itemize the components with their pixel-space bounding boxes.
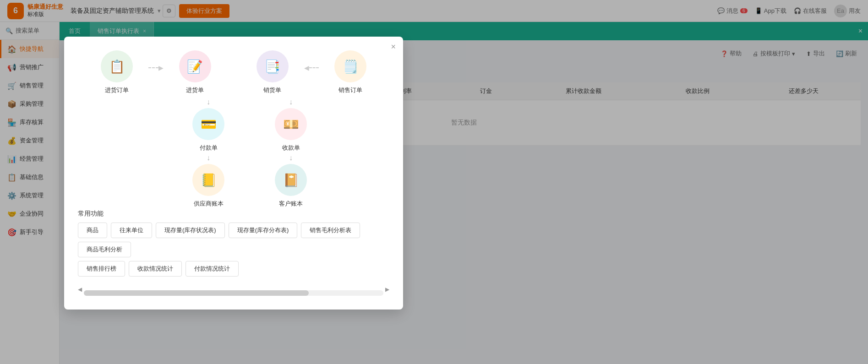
- arrow-down-supplier: ↓: [207, 154, 210, 162]
- wf-supplier-ledger[interactable]: 📒 供应商账本: [179, 164, 238, 208]
- common-functions-section: 常用功能 商品 往来单位 现存量(库存状况表) 现存量(库存分布表) 销售毛利分…: [78, 210, 389, 277]
- wf-sales-order[interactable]: 🗒️ 销售订单: [321, 50, 380, 94]
- btn-sales-ranking[interactable]: 销售排行榜: [78, 261, 125, 277]
- btn-stock-dist[interactable]: 现存量(库存分布表): [229, 223, 298, 238]
- workflow-row2: ↓ 💳 付款单 ↓ 📒 供应商账本 ↓ 💴 收: [87, 98, 380, 208]
- scroll-right-arrow[interactable]: ▶: [385, 286, 389, 293]
- purchase-order-circle: 📋: [101, 50, 133, 82]
- wf-purchase-slip[interactable]: 📝 进货单: [165, 50, 225, 94]
- workflow-modal: × 📋 进货订单 ▶ 📝 进货单: [64, 37, 403, 310]
- wf-receipt[interactable]: 💴 收款单: [261, 108, 321, 152]
- btn-product-margin[interactable]: 商品毛利分析: [78, 242, 131, 257]
- btn-payment-stats[interactable]: 付款情况统计: [186, 261, 239, 277]
- wf-customer-ledger[interactable]: 📔 客户账本: [261, 164, 321, 208]
- workflow-diagram: 📋 进货订单 ▶ 📝 进货单 📑 销货单: [78, 50, 389, 208]
- customer-ledger-circle: 📔: [275, 164, 307, 196]
- common-buttons-row2: 销售排行榜 收款情况统计 付款情况统计: [78, 261, 389, 277]
- btn-sales-margin[interactable]: 销售毛利分析表: [301, 223, 360, 238]
- modal-scrollbar[interactable]: [84, 290, 383, 296]
- wf-right-col: ↓ 💴 收款单 ↓ 📔 客户账本: [261, 98, 321, 208]
- wf-purchase-order[interactable]: 📋 进货订单: [87, 50, 147, 94]
- receipt-circle: 💴: [275, 108, 307, 140]
- common-functions-title: 常用功能: [78, 210, 389, 218]
- arrow-purchase-to-slip: ▶: [148, 64, 164, 71]
- scroll-left-arrow[interactable]: ◀: [78, 286, 82, 293]
- wf-sales-slip[interactable]: 📑 销货单: [243, 50, 302, 94]
- sales-order-circle: 🗒️: [334, 50, 366, 82]
- modal-overlay[interactable]: × 📋 进货订单 ▶ 📝 进货单: [0, 0, 868, 364]
- scrollbar-thumb[interactable]: [84, 290, 309, 296]
- btn-stock-status[interactable]: 现存量(库存状况表): [156, 223, 225, 238]
- sales-slip-circle: 📑: [257, 50, 289, 82]
- supplier-ledger-circle: 📒: [192, 164, 224, 196]
- btn-contacts[interactable]: 往来单位: [111, 223, 152, 238]
- wf-left-col: ↓ 💳 付款单 ↓ 📒 供应商账本: [179, 98, 238, 208]
- common-buttons-row1: 商品 往来单位 现存量(库存状况表) 现存量(库存分布表) 销售毛利分析表 商品…: [78, 223, 389, 257]
- purchase-slip-circle: 📝: [179, 50, 211, 82]
- wf-payment[interactable]: 💳 付款单: [179, 108, 238, 152]
- modal-close-button[interactable]: ×: [391, 42, 396, 52]
- arrow-down-customer: ↓: [289, 154, 293, 162]
- workflow-row1: 📋 进货订单 ▶ 📝 进货单 📑 销货单: [87, 50, 380, 94]
- btn-receipt-stats[interactable]: 收款情况统计: [129, 261, 182, 277]
- payment-circle: 💳: [192, 108, 224, 140]
- arrow-down-payment: ↓: [207, 98, 210, 106]
- arrow-order-to-slip: ◀: [304, 64, 319, 71]
- btn-product[interactable]: 商品: [78, 223, 107, 238]
- arrow-down-receipt: ↓: [289, 98, 293, 106]
- modal-scroll-container: ◀ ▶: [78, 283, 389, 296]
